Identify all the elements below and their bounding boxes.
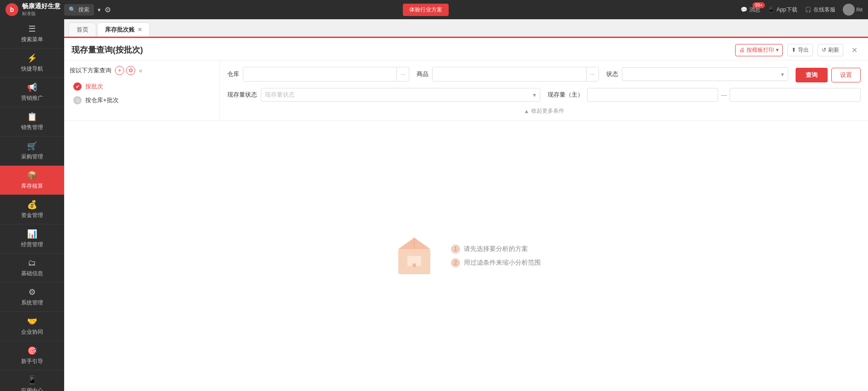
search-placeholder: 搜索 bbox=[78, 6, 89, 14]
warehouse-label: 仓库 bbox=[227, 70, 239, 78]
collapse-arrow-icon: ▲ bbox=[524, 108, 529, 114]
sidebar-item-inventory[interactable]: 📦 库存核算 bbox=[0, 166, 64, 195]
search-icon: 🔍 bbox=[69, 6, 76, 13]
filter-row-1: 仓库 ··· 商品 ··· bbox=[227, 66, 861, 82]
topbar-center: 体验行业方案 bbox=[403, 4, 449, 16]
sidebar-item-finance[interactable]: 💰 资金管理 bbox=[0, 195, 64, 224]
stock-qty-to-input[interactable] bbox=[730, 88, 861, 102]
filter-field-product: 商品 ··· bbox=[417, 67, 599, 81]
tab-close-icon[interactable]: ✕ bbox=[137, 27, 142, 33]
sidebar-item-enterprise[interactable]: 🤝 企业协同 bbox=[0, 312, 64, 341]
sidebar-item-apps[interactable]: 📱 应用中心 bbox=[0, 370, 64, 391]
sidebar-item-label-finance: 资金管理 bbox=[21, 212, 43, 219]
user-avatar-btn[interactable]: Rit bbox=[843, 4, 863, 16]
empty-step1: 1 请先选择要分析的方案 bbox=[451, 244, 541, 254]
sidebar-item-system[interactable]: ⚙ 系统管理 bbox=[0, 282, 64, 312]
filter-scheme-title: 按以下方案查询 + ⚙ « bbox=[70, 66, 214, 75]
quick-nav-icon: ⚡ bbox=[27, 53, 37, 63]
page-header: 现存量查询(按批次) 🖨 按模板打印 ▾ ⬆ 导出 ↺ 刷新 bbox=[64, 38, 868, 60]
message-btn[interactable]: 💬 消息 99+ bbox=[741, 6, 760, 14]
online-service-label: 在线客服 bbox=[813, 6, 835, 14]
print-btn[interactable]: 🖨 按模板打印 ▾ bbox=[735, 44, 783, 56]
sidebar-item-quick-nav[interactable]: ⚡ 快捷导航 bbox=[0, 49, 64, 78]
sidebar-item-label-search: 搜索菜单 bbox=[21, 36, 43, 43]
filter-panel: 按以下方案查询 + ⚙ « ✔ 按批次 ⊙ 按仓库+批次 bbox=[64, 60, 868, 121]
collapse-more-btn[interactable]: ▲ 收起更多条件 bbox=[227, 107, 861, 115]
product-more-btn[interactable]: ··· bbox=[586, 67, 599, 81]
refresh-btn[interactable]: ↺ 刷新 bbox=[818, 44, 843, 56]
home-tab-label: 首页 bbox=[77, 26, 88, 34]
scheme-option-warehouse-batch[interactable]: ⊙ 按仓库+批次 bbox=[70, 93, 214, 107]
app-download-btn[interactable]: 📱 App下载 bbox=[768, 6, 797, 14]
sidebar-item-label-quick-nav: 快捷导航 bbox=[21, 65, 43, 73]
empty-step2: 2 用过滤条件来缩小分析范围 bbox=[451, 258, 541, 267]
query-btn[interactable]: 查询 bbox=[796, 68, 828, 82]
purchase-icon: 🛒 bbox=[27, 141, 37, 151]
print-icon: 🖨 bbox=[739, 47, 745, 53]
tab-inventory-batch[interactable]: 库存批次账 ✕ bbox=[97, 22, 150, 37]
tab-home[interactable]: 首页 bbox=[69, 22, 96, 37]
refresh-label: 刷新 bbox=[828, 46, 839, 54]
stock-status-select[interactable]: 现存量状态 ▾ bbox=[261, 88, 540, 102]
print-dropdown-icon[interactable]: ▾ bbox=[776, 47, 779, 53]
page-header-actions: 🖨 按模板打印 ▾ ⬆ 导出 ↺ 刷新 ✕ bbox=[735, 43, 861, 56]
step1-num: 1 bbox=[451, 244, 460, 254]
avatar bbox=[843, 4, 855, 16]
topbar-search[interactable]: 🔍 搜索 bbox=[64, 4, 94, 16]
status-select[interactable]: ▾ bbox=[622, 67, 788, 81]
sidebar-item-search[interactable]: ☰ 搜索菜单 bbox=[0, 19, 64, 49]
tabbar: 首页 库存批次账 ✕ bbox=[64, 19, 868, 37]
print-label: 按模板打印 bbox=[747, 46, 774, 54]
scheme-collapse-btn[interactable]: « bbox=[139, 67, 143, 74]
enterprise-icon: 🤝 bbox=[27, 316, 37, 326]
sidebar-item-operations[interactable]: 📊 经营管理 bbox=[0, 224, 64, 254]
product-input[interactable] bbox=[433, 67, 586, 81]
page-title: 现存量查询(按批次) bbox=[71, 44, 143, 55]
basics-icon: 🗂 bbox=[28, 258, 36, 268]
filter-field-warehouse: 仓库 ··· bbox=[227, 67, 409, 81]
app-download-icon: 📱 bbox=[768, 6, 775, 13]
sidebar-item-label-system: 系统管理 bbox=[21, 299, 43, 307]
dropdown-icon[interactable]: ▾ bbox=[98, 6, 101, 13]
filter-field-stock-qty: 现存量（主） — bbox=[548, 88, 861, 102]
inventory-batch-tab-label: 库存批次账 bbox=[105, 26, 135, 34]
step1-text: 请先选择要分析的方案 bbox=[464, 245, 528, 253]
range-dash: — bbox=[721, 92, 727, 98]
warehouse-input[interactable] bbox=[243, 67, 396, 81]
settings-icon[interactable]: ⚙ bbox=[104, 5, 111, 14]
sidebar-item-label-newbie: 新手引导 bbox=[21, 358, 43, 365]
operations-icon: 📊 bbox=[27, 229, 37, 239]
page-close-btn[interactable]: ✕ bbox=[848, 43, 861, 56]
filter-actions: 查询 设置 bbox=[796, 68, 861, 82]
scheme-title-label: 按以下方案查询 bbox=[70, 66, 111, 75]
topbar-left: b 畅康通好生意 标准版 🔍 搜索 ▾ ⚙ bbox=[5, 2, 111, 17]
apps-icon: 📱 bbox=[27, 375, 37, 385]
settings-btn[interactable]: 设置 bbox=[831, 68, 861, 82]
scheme-option-batch[interactable]: ✔ 按批次 bbox=[70, 80, 214, 93]
export-icon: ⬆ bbox=[791, 47, 796, 53]
sidebar-item-purchase[interactable]: 🛒 采购管理 bbox=[0, 136, 64, 166]
step2-num: 2 bbox=[451, 258, 460, 267]
scheme-settings-btn[interactable]: ⚙ bbox=[126, 66, 135, 75]
step2-text: 用过滤条件来缩小分析范围 bbox=[464, 259, 541, 267]
filter-right: 仓库 ··· 商品 ··· bbox=[220, 60, 868, 120]
filter-left: 按以下方案查询 + ⚙ « ✔ 按批次 ⊙ 按仓库+批次 bbox=[64, 60, 220, 120]
experience-btn[interactable]: 体验行业方案 bbox=[403, 4, 449, 16]
online-service-btn[interactable]: 🎧 在线客服 bbox=[805, 6, 835, 14]
sidebar-item-sales[interactable]: 📋 销售管理 bbox=[0, 107, 64, 136]
stock-status-placeholder: 现存量状态 bbox=[265, 91, 295, 99]
brand-name: 畅康通好生意 bbox=[22, 2, 60, 11]
newbie-icon: 🎯 bbox=[27, 346, 37, 356]
app-brand: 畅康通好生意 标准版 bbox=[22, 2, 60, 17]
sidebar-item-marketing[interactable]: 📢 营销推广 bbox=[0, 78, 64, 107]
marketing-icon: 📢 bbox=[27, 82, 37, 92]
empty-icon bbox=[391, 233, 437, 279]
sidebar-item-basics[interactable]: 🗂 基础信息 bbox=[0, 254, 64, 282]
add-scheme-btn[interactable]: + bbox=[115, 66, 124, 75]
sidebar-item-newbie[interactable]: 🎯 新手引导 bbox=[0, 341, 64, 370]
stock-qty-from-input[interactable] bbox=[587, 88, 718, 102]
warehouse-more-btn[interactable]: ··· bbox=[396, 67, 409, 81]
export-btn[interactable]: ⬆ 导出 bbox=[787, 44, 813, 56]
app-download-label: App下载 bbox=[776, 6, 797, 14]
warehouse-input-container: ··· bbox=[243, 67, 409, 81]
